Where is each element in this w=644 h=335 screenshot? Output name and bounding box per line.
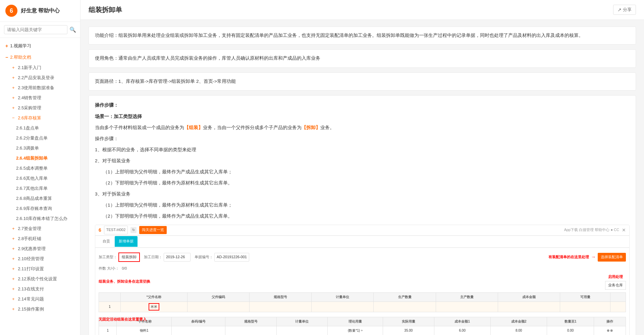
scene1-title: 场景一：加工类型选择 xyxy=(95,112,630,121)
sidebar-item-faq[interactable]: + 2.14常见问题 xyxy=(0,294,80,304)
nav-tab-zg[interactable]: 自贡 xyxy=(99,236,114,247)
sidebar-item-stocktake[interactable]: 2.6.1盘点单 xyxy=(0,123,80,133)
step2: 2、对于组装业务 xyxy=(95,156,630,165)
logo-area: 6 好生意 帮助中心 xyxy=(0,0,80,22)
path-text: 页面路径：1、库存核算->库存管理->组装拆卸单 2、首页->常用功能 xyxy=(95,79,236,84)
annotation1-area: 有装配清单的在这里处理 → 选择装配清单 xyxy=(548,253,626,262)
sidebar-item-cost-adjust[interactable]: 2.6.5成本调整单 xyxy=(0,163,80,173)
td-op xyxy=(610,302,626,312)
plus-icon: + xyxy=(12,306,15,312)
plus-icon: + xyxy=(12,65,15,70)
sidebar-item-cases[interactable]: + 2.15操作案例 xyxy=(0,304,80,314)
sidebar-item-purchase[interactable]: + 2.5采购管理 xyxy=(0,103,80,113)
sidebar-item-adjust[interactable]: 2.6.3调拨单 xyxy=(0,143,80,153)
share-button[interactable]: ↗ 分享 xyxy=(613,5,636,15)
sidebar-item-inventory[interactable]: − 2.6库存核算 xyxy=(0,113,80,123)
td-name: 米米 xyxy=(120,302,187,312)
label: 2.7资金管理 xyxy=(18,226,41,231)
sidebar-item-print[interactable]: + 2.11打印设置 xyxy=(0,264,80,274)
label: 2.10经营管理 xyxy=(18,256,44,261)
app-form: 加工类型： 组装拆卸 加工日期： 2019-12-26 单据编号： AD-201… xyxy=(95,248,629,335)
logo-title: 好生意 帮助中心 xyxy=(21,7,60,14)
th-checkbox xyxy=(99,293,121,302)
type-label: 加工类型： xyxy=(99,254,117,261)
sidebar-item-ops[interactable]: + 2.10经营管理 xyxy=(0,254,80,264)
nav-tab-new[interactable]: 新增单据 xyxy=(115,236,138,247)
label: 2.5采购管理 xyxy=(18,105,41,110)
lth-actual: 实际用量 xyxy=(383,317,434,326)
lth-theory: 理论用量 xyxy=(328,317,383,326)
plus-icon: + xyxy=(12,286,15,291)
search-input[interactable] xyxy=(4,25,67,34)
sidebar-item-payment[interactable]: + 2.13在线支付 xyxy=(0,284,80,294)
sidebar-item-sales[interactable]: + 2.4销售管理 xyxy=(0,93,80,103)
sidebar: 6 好生意 帮助中心 🔍 + 1.视频学习 − 2.帮助文档 + 2.1新手入门 xyxy=(0,0,80,335)
lth-cost1: 成本金额1 xyxy=(434,317,490,326)
sidebar-item-other-in[interactable]: 2.6.6其他入库单 xyxy=(0,173,80,183)
plus-icon: + xyxy=(12,296,15,301)
topbar-icons: App下载 白描管理 帮助中心 ● CC xyxy=(564,227,619,233)
app-screenshot: 6 TEST-H002 ↻ 闯关进度一览 App下载 白描管理 帮助中心 ● C… xyxy=(95,225,629,335)
nav-section-videos: + 1.视频学习 xyxy=(0,41,80,51)
search-area: 🔍 xyxy=(0,22,80,38)
plus-icon: + xyxy=(12,85,15,90)
lth-spec: 规格型号 xyxy=(225,317,276,326)
docs-subitems: + 2.1新手入门 + 2.2产品安装及登录 + 2.3使用前数据准备 + 2.… xyxy=(0,63,80,314)
qiye-input[interactable]: 业务仓库 xyxy=(605,281,626,290)
screenshot-container: 6 TEST-H002 ↻ 闯关进度一览 App下载 白描管理 帮助中心 ● C… xyxy=(95,225,630,335)
label: 2.14常见问题 xyxy=(18,296,44,301)
label: 2.6库存核算 xyxy=(18,115,41,120)
type-value[interactable]: 组装拆卸 xyxy=(118,253,140,262)
sidebar-item-stock-error[interactable]: 2.6.10库存账本错了怎么办 xyxy=(0,214,80,224)
plus-icon: + xyxy=(12,236,15,241)
step3-2: （2）下部明细为子件明细，最终作为产成品生成其它入库单。 xyxy=(95,212,630,221)
steps-title: 操作步骤： xyxy=(95,100,630,110)
sidebar-item-newcomer[interactable]: + 2.1新手入门 xyxy=(0,63,80,73)
next-step-button[interactable]: 闯关进度一览 xyxy=(139,226,167,234)
annotation3-text: 启用处理 xyxy=(608,274,623,280)
annotation-row: 组装业务、拆卸业务在这里切换 启用处理 业务仓库 xyxy=(99,273,626,290)
logo-icon: 6 xyxy=(5,5,17,17)
annotation2-text: 组装业务、拆卸业务在这里切换 xyxy=(99,278,150,285)
th-qty: 生产数量 xyxy=(374,293,436,302)
label: 2.3使用前数据准备 xyxy=(18,85,54,90)
sidebar-item-dataprep[interactable]: + 2.3使用前数据准备 xyxy=(0,83,80,93)
plus-icon: + xyxy=(12,226,15,231)
label: 2.4销售管理 xyxy=(18,95,41,100)
lth-qty1: 数量至1 xyxy=(547,317,594,326)
sidebar-item-goods-cost[interactable]: 2.6.8商品成本重算 xyxy=(0,193,80,204)
sidebar-item-stock-query[interactable]: 2.6.9库存账本查询 xyxy=(0,204,80,214)
sidebar-item-funds[interactable]: + 2.7资金管理 xyxy=(0,224,80,234)
sidebar-item-other-out[interactable]: 2.6.7其他出库单 xyxy=(0,183,80,193)
close-icon[interactable]: ✕ xyxy=(622,226,626,234)
company-select[interactable]: TEST-H002 xyxy=(104,226,128,234)
sidebar-item-split-stock[interactable]: 2.6.2分量盘点单 xyxy=(0,133,80,143)
refresh-button[interactable]: ↻ xyxy=(130,227,137,233)
th-main-qty: 主产数量 xyxy=(436,293,498,302)
th-parent-name: *父件名称 xyxy=(120,293,187,302)
intro-text: 功能介绍：组装拆卸单用来处理企业组装或拆卸等加工业务，支持有固定装配清单的产品加… xyxy=(95,33,583,38)
lth-unit: 计量单位 xyxy=(276,317,327,326)
upper-table-container: *父件名称 父件编码 规格型号 计量单位 生产数量 主产数量 成本金额 可用量 xyxy=(99,292,626,312)
step3-1: （1）上部明细为父件明细，最终作为原材料生成其它出库单； xyxy=(95,201,630,210)
sidebar-item-videos[interactable]: + 1.视频学习 xyxy=(0,41,80,51)
sidebar-item-docs[interactable]: − 2.帮助文档 xyxy=(0,52,80,63)
sidebar-item-mobile[interactable]: + 2.8手机旺铺 xyxy=(0,234,80,244)
ltd-num: 1 xyxy=(99,326,117,335)
select-assembly-btn[interactable]: 选择装配清单 xyxy=(598,253,626,262)
search-icon[interactable]: 🔍 xyxy=(69,26,76,33)
sidebar-item-assembly[interactable]: 2.6.4组装拆卸单 xyxy=(0,153,80,163)
sidebar-item-custom[interactable]: + 2.12系统个性化设置 xyxy=(0,274,80,284)
sidebar-item-install[interactable]: + 2.2产品安装及登录 xyxy=(0,73,80,83)
nav-section-docs: − 2.帮助文档 + 2.1新手入门 + 2.2产品安装及登录 + 2.3使用前… xyxy=(0,52,80,314)
date-value[interactable]: 2019-12-26 xyxy=(164,253,191,262)
sidebar-item-videos-label: 1.视频学习 xyxy=(10,43,31,49)
scene1-desc: 当由多个子件材料组装成一个成品的业务为【组装】业务，当由一个父件拆分成多个子产品… xyxy=(95,123,630,132)
inventory-subitems: 2.6.1盘点单 2.6.2分量盘点单 2.6.3调拨单 2.6.4组装拆卸单 … xyxy=(0,123,80,224)
ltd-name: 物料1 xyxy=(117,326,172,335)
sidebar-item-coupon[interactable]: + 2.9优惠券管理 xyxy=(0,244,80,254)
billno-value: AD-20191226-001 xyxy=(214,253,249,262)
lth-cost2: 成本金额2 xyxy=(490,317,547,326)
th-op xyxy=(610,293,626,302)
td-code xyxy=(187,302,249,312)
